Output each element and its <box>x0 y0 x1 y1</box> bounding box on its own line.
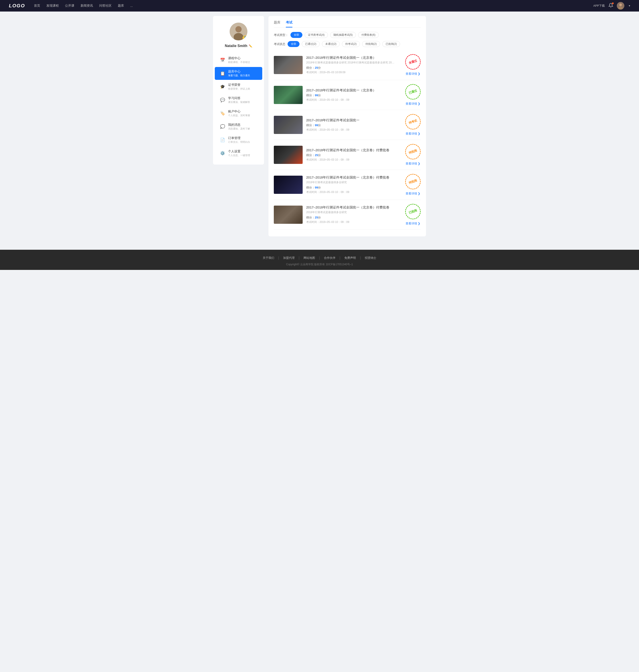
exam-title: 2017–2018年行测证件考试全国统一（北京卷） <box>306 88 402 93</box>
menu-label-certificate: 证书荣誉 <box>228 83 250 87</box>
menu-icon-course-center: 📅 <box>220 58 225 63</box>
exam-status-label: 考试状态 <box>274 42 285 46</box>
exam-time: 考试时间：2019–05–03 10：09：09 <box>306 190 402 194</box>
exam-item-1: 2017–2018年行测证件考试全国统一（北京卷） 2018年行测考试是最值得多… <box>274 50 421 80</box>
exam-score-value: 99 <box>315 124 318 127</box>
menu-text-question-bank: 题库中心 海量习题、助力通关 <box>228 70 250 77</box>
menu-label-orders: 订单管理 <box>228 136 250 140</box>
exam-score: 得分：99分 <box>306 186 402 190</box>
nav-courses[interactable]: 发现课程 <box>46 4 59 8</box>
exam-type-filter-btn[interactable]: 全部 <box>291 32 302 38</box>
user-avatar-nav[interactable] <box>617 2 624 10</box>
menu-sub-course-center: 精彩课程、不容错过 <box>228 61 250 64</box>
exam-title: 2017–2018年行测证件考试全国统一（北京卷）付费批卷 <box>306 148 402 153</box>
view-detail-btn[interactable]: 查看详情 ❯ <box>406 72 420 76</box>
exam-score: 得分：25分 <box>306 66 402 70</box>
footer-link-0[interactable]: 关于我们 <box>259 256 278 260</box>
exam-status-filter-btn[interactable]: 已通过(2) <box>302 41 320 47</box>
exam-stamp: 已通过 <box>403 82 423 102</box>
exam-list: 2017–2018年行测证件考试全国统一（北京卷） 2018年行测考试是最值得多… <box>274 50 421 230</box>
exam-type-filter-btn[interactable]: 证书类考试(4) <box>305 32 328 38</box>
nav-public[interactable]: 公开课 <box>65 4 74 8</box>
menu-text-course-center: 课程中心 精彩课程、不容错过 <box>228 56 250 64</box>
footer-link-4[interactable]: 免费声明 <box>340 256 360 260</box>
user-avatar: 🏅 <box>230 22 247 41</box>
menu-sub-messages: 消息通知、及时了解 <box>228 127 250 130</box>
nav-more[interactable]: ... <box>130 4 133 7</box>
username: Natalie Smith ✏️ <box>225 44 252 48</box>
exam-right: 待考试 查看详情 ❯ <box>405 114 421 136</box>
navbar-right: APP下载 ▾ <box>593 2 630 10</box>
sidebar-item-certificate[interactable]: 🎓 证书荣誉 收获荣誉、持证上岗 <box>215 80 262 93</box>
footer: 关于我们|加盟代理|网站地图|合作伙伴|免费声明|招贤纳士 Copyright©… <box>0 250 639 270</box>
exam-info: 2017–2018年行测证件考试全国统一（北京卷） 2018年行测考试是最值得多… <box>306 56 402 74</box>
exam-score-value: 99 <box>315 94 318 97</box>
logo: LOGO <box>9 3 25 9</box>
tab-exam[interactable]: 考试 <box>286 20 293 27</box>
menu-icon-settings: ⚙️ <box>220 151 225 156</box>
sidebar-item-settings[interactable]: ⚙️ 个人设置 个人信息、一键管理 <box>215 147 262 160</box>
sidebar-item-messages[interactable]: 💭 我的消息 消息通知、及时了解 <box>215 120 262 133</box>
exam-time: 考试时间：2019–05–03 10:09:09 <box>306 70 402 74</box>
notification-dot <box>612 2 614 4</box>
menu-label-course-center: 课程中心 <box>228 56 250 60</box>
user-menu-chevron[interactable]: ▾ <box>629 4 630 7</box>
view-detail-btn[interactable]: 查看详情 ❯ <box>406 132 420 136</box>
exam-status-filter-btn[interactable]: 待批阅(2) <box>362 41 380 47</box>
view-detail-btn[interactable]: 查看详情 ❯ <box>406 222 420 226</box>
exam-status-filter-btn[interactable]: 待考试(2) <box>342 41 360 47</box>
footer-link-1[interactable]: 加盟代理 <box>279 256 299 260</box>
exam-info: 2017–2018年行测证件考试全国统一（北京卷）付费批卷 得分：25分 考试时… <box>306 148 402 162</box>
exam-type-filter-btn[interactable]: 随机抽题考试(5) <box>330 32 356 38</box>
exam-score-value: 25 <box>315 216 318 219</box>
sidebar-item-course-center[interactable]: 📅 课程中心 精彩课程、不容错过 <box>215 54 262 66</box>
exam-score-value: 25 <box>315 66 318 69</box>
exam-right: 待批阅 查看详情 ❯ <box>405 174 421 196</box>
menu-label-messages: 我的消息 <box>228 123 250 127</box>
menu-text-qa: 学习问答 课后重温、疑难解答 <box>228 96 250 104</box>
exam-status-filter-btn[interactable]: 未通过(2) <box>322 41 340 47</box>
nav-qa[interactable]: 问答社区 <box>99 4 112 8</box>
sidebar-item-qa[interactable]: 💬 学习问答 课后重温、疑难解答 <box>215 94 262 107</box>
view-detail-btn[interactable]: 查看详情 ❯ <box>406 102 420 106</box>
nav-home[interactable]: 首页 <box>34 4 40 8</box>
exam-title: 2017–2018年行测证件考试全国统一（北京卷） <box>306 56 402 60</box>
exam-item-4: 2017–2018年行测证件考试全国统一（北京卷）付费批卷 得分：25分 考试时… <box>274 140 421 170</box>
badge-icon: 🏅 <box>243 35 247 41</box>
exam-info: 2017–2018年行测证件考试全国统一（北京卷）付费批卷 2018年行测考试是… <box>306 205 402 224</box>
notification-bell[interactable] <box>608 3 613 9</box>
menu-icon-messages: 💭 <box>220 124 225 129</box>
footer-link-5[interactable]: 招贤纳士 <box>361 256 380 260</box>
sidebar-item-orders[interactable]: 📄 订单管理 订单支出、明明白白 <box>215 133 262 146</box>
content-panel: 题库 考试 考试类型： 全部证书类考试(4)随机抽题考试(5)付费批卷(6) 考… <box>268 16 426 236</box>
edit-profile-icon[interactable]: ✏️ <box>249 44 252 48</box>
view-detail-btn[interactable]: 查看详情 ❯ <box>406 162 420 166</box>
nav-news[interactable]: 新闻资讯 <box>80 4 93 8</box>
sidebar-menu: 📅 课程中心 精彩课程、不容错过 📋 题库中心 海量习题、助力通关 🎓 证书荣誉… <box>213 53 264 160</box>
tab-question-bank[interactable]: 题库 <box>274 20 280 27</box>
exam-info: 2017–2018年行测证件考试全国统一 得分：99分 考试时间：2019–05… <box>306 118 402 132</box>
menu-sub-settings: 个人信息、一键管理 <box>228 154 250 157</box>
nav-bank[interactable]: 题库 <box>118 4 124 8</box>
menu-sub-orders: 订单支出、明明白白 <box>228 140 250 144</box>
exam-item-5: 2017–2018年行测证件考试全国统一（北京卷）付费批卷 2018年行测考试是… <box>274 170 421 200</box>
sidebar-item-question-bank[interactable]: 📋 题库中心 海量习题、助力通关 <box>215 67 262 80</box>
view-detail-btn[interactable]: 查看详情 ❯ <box>406 192 420 196</box>
sidebar-item-account[interactable]: 🏷️ 账户中心 个人权益、实时掌握 <box>215 107 262 120</box>
exam-status-filter-btn[interactable]: 已批阅(2) <box>382 41 400 47</box>
exam-thumbnail <box>274 116 302 134</box>
footer-link-3[interactable]: 合作伙伴 <box>320 256 340 260</box>
exam-status-filter-btn[interactable]: 全部 <box>287 41 299 47</box>
exam-stamp: 已批阅 <box>403 202 423 222</box>
menu-sub-question-bank: 海量习题、助力通关 <box>228 74 250 77</box>
exam-score: 得分：25分 <box>306 153 402 157</box>
footer-link-2[interactable]: 网站地图 <box>299 256 319 260</box>
exam-title: 2017–2018年行测证件考试全国统一（北京卷）付费批卷 <box>306 205 402 210</box>
exam-type-filter-btn[interactable]: 付费批卷(6) <box>358 32 379 38</box>
app-download[interactable]: APP下载 <box>593 4 605 8</box>
menu-text-certificate: 证书荣誉 收获荣誉、持证上岗 <box>228 83 250 91</box>
exam-title: 2017–2018年行测证件考试全国统一（北京卷）付费批卷 <box>306 175 402 180</box>
exam-stamp: 待批阅 <box>403 142 423 162</box>
exam-score-value: 25 <box>315 154 318 157</box>
menu-sub-certificate: 收获荣誉、持证上岗 <box>228 87 250 91</box>
